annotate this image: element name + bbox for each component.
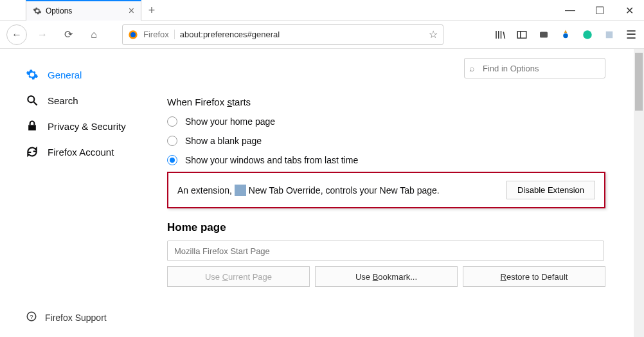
svg-rect-2 (517, 31, 526, 38)
radio-icon (167, 136, 177, 146)
extension-notice: An extension, New Tab Override, controls… (167, 172, 605, 208)
ext-icon-4[interactable] (603, 28, 616, 41)
support-label: Firefox Support (45, 313, 107, 323)
ext-icon-1[interactable] (537, 28, 550, 41)
preferences-sidebar: General Search Privacy & Security Firefo… (0, 49, 154, 337)
identity-label: Firefox (143, 30, 175, 39)
lock-icon (26, 120, 39, 132)
sync-icon (26, 145, 39, 158)
svg-point-5 (563, 33, 568, 38)
sidebar-icon[interactable] (515, 28, 528, 41)
sidebar-label: General (48, 69, 82, 80)
notice-text: An extension, New Tab Override, controls… (177, 185, 501, 196)
sidebar-label: Privacy & Security (48, 121, 126, 132)
search-icon (26, 94, 39, 107)
url-text: about:preferences#general (180, 30, 424, 39)
help-icon: ? (26, 311, 37, 324)
reload-button[interactable]: ⟳ (58, 24, 78, 45)
tab-options[interactable]: Options × (26, 0, 141, 21)
search-icon: ⌕ (469, 63, 474, 73)
radio-last-session[interactable]: Show your windows and tabs from last tim… (167, 155, 605, 165)
main-panel: ⌕ When Firefox starts Show your home pag… (154, 49, 644, 337)
homepage-input[interactable] (167, 241, 604, 261)
svg-point-8 (28, 96, 34, 102)
sidebar-item-account[interactable]: Firefox Account (26, 139, 154, 165)
startup-radios: Show your home page Show a blank page Sh… (167, 116, 605, 165)
close-icon[interactable]: × (129, 5, 134, 17)
startup-heading: When Firefox starts (167, 96, 605, 107)
find-options-input[interactable] (464, 58, 605, 78)
svg-rect-4 (540, 32, 548, 37)
close-window-button[interactable]: ✕ (614, 0, 644, 21)
toolbar-icons: ☰ (494, 28, 638, 41)
homepage-buttons: Use Current Page Use Bookmark... Restore… (167, 266, 605, 287)
svg-rect-10 (28, 125, 36, 130)
svg-point-1 (130, 32, 136, 37)
sidebar-item-general[interactable]: General (26, 62, 154, 87)
scrollbar[interactable] (634, 49, 644, 337)
radio-icon (167, 116, 177, 127)
radio-icon (167, 155, 177, 165)
radio-label: Show your windows and tabs from last tim… (185, 155, 358, 165)
maximize-button[interactable]: ☐ (585, 0, 614, 21)
svg-line-9 (34, 102, 37, 105)
sidebar-item-search[interactable]: Search (26, 87, 154, 113)
svg-rect-7 (606, 31, 613, 38)
sidebar-label: Firefox Account (48, 147, 114, 158)
ext-icon-3[interactable] (581, 28, 594, 41)
new-tab-button[interactable]: + (141, 0, 162, 21)
firefox-icon (128, 30, 138, 40)
find-in-options: ⌕ (464, 58, 605, 78)
radio-label: Show a blank page (185, 136, 262, 146)
minimize-button[interactable]: — (555, 0, 585, 21)
menu-button[interactable]: ☰ (625, 28, 638, 41)
notice-ext-name: New Tab Override, (249, 185, 323, 196)
use-current-page-button[interactable]: Use Current Page (167, 266, 310, 287)
svg-point-6 (583, 30, 592, 39)
firefox-support-link[interactable]: ? Firefox Support (26, 311, 107, 324)
use-bookmark-button[interactable]: Use Bookmark... (315, 266, 458, 287)
library-icon[interactable] (494, 28, 506, 41)
svg-text:?: ? (30, 313, 33, 320)
sidebar-item-privacy[interactable]: Privacy & Security (26, 113, 154, 139)
notice-prefix: An extension, (177, 185, 232, 196)
forward-button[interactable]: → (32, 24, 53, 45)
extension-icon (235, 185, 246, 196)
gear-icon (33, 6, 42, 15)
content-area: General Search Privacy & Security Firefo… (0, 49, 644, 337)
restore-default-button[interactable]: Restore to Default (463, 266, 605, 287)
tab-label: Options (46, 6, 72, 15)
radio-blank-page[interactable]: Show a blank page (167, 136, 605, 146)
radio-home-page[interactable]: Show your home page (167, 116, 605, 127)
notice-suffix: controls your New Tab page. (326, 185, 440, 196)
toolbar: ← → ⟳ ⌂ Firefox about:preferences#genera… (0, 21, 644, 49)
bookmark-star-icon[interactable]: ☆ (429, 28, 438, 41)
ext-icon-2[interactable] (559, 28, 572, 41)
gear-icon (26, 68, 39, 81)
window-controls: — ☐ ✕ (555, 0, 644, 21)
back-button[interactable]: ← (6, 24, 27, 45)
home-button[interactable]: ⌂ (84, 24, 104, 45)
disable-extension-button[interactable]: Disable Extension (506, 181, 595, 199)
url-bar[interactable]: Firefox about:preferences#general ☆ (122, 24, 443, 45)
window-titlebar: Options × + — ☐ ✕ (0, 0, 644, 21)
tab-strip: Options × + (0, 0, 162, 21)
sidebar-label: Search (48, 95, 78, 106)
scroll-thumb[interactable] (635, 53, 643, 111)
radio-label: Show your home page (185, 116, 275, 127)
homepage-heading: Home page (167, 221, 605, 234)
